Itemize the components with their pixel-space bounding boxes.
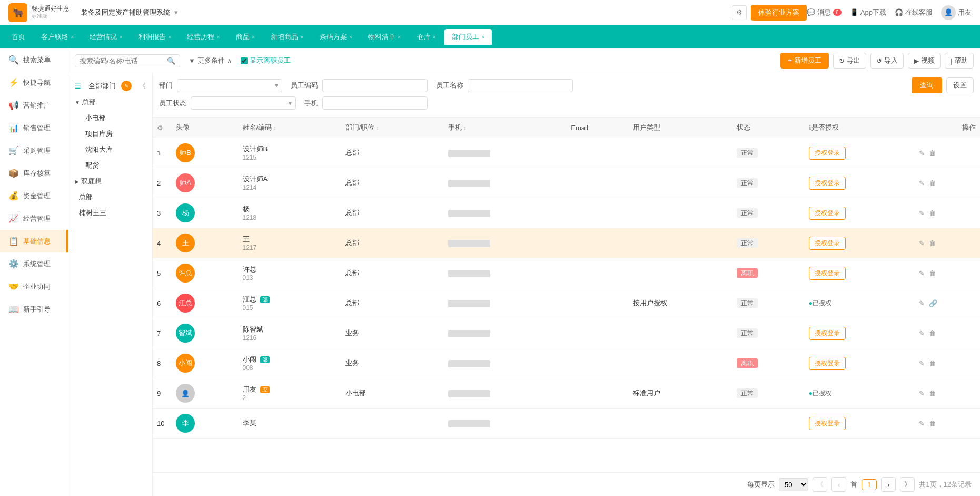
tab-operation[interactable]: 经营情况 × [82,29,130,45]
dept-edit-icon[interactable]: ✎ [121,81,132,91]
th-dept[interactable]: 部门/职位 [341,118,444,138]
link-icon[interactable]: 🔗 [929,299,937,307]
dept-item-general[interactable]: 总部 [68,189,152,205]
auth-button[interactable]: 授权登录 [809,327,846,340]
close-icon[interactable]: × [481,34,484,40]
sidebar-item-purchase[interactable]: 🛒 采购管理 [0,139,68,162]
prev-page-btn[interactable]: ‹ [831,477,846,492]
help-button[interactable]: | 帮助 [945,53,974,69]
delete-icon[interactable]: 🗑 [929,359,936,367]
auth-button[interactable]: 授权登录 [809,417,846,430]
th-name[interactable]: 姓名/编码 [239,118,341,138]
sidebar-item-inventory[interactable]: 📦 库存核算 [0,162,68,184]
add-employee-button[interactable]: + 新增员工 [780,53,828,69]
close-icon[interactable]: × [433,34,436,40]
close-icon[interactable]: × [349,34,352,40]
delete-icon[interactable]: 🗑 [929,239,936,247]
dept-select[interactable] [177,79,282,92]
delete-icon[interactable]: 🗑 [929,209,936,217]
setting-button[interactable]: 设置 [946,77,974,93]
close-icon[interactable]: × [300,34,303,40]
message-button[interactable]: 💬 消息 6 [807,8,842,17]
status-select[interactable] [191,96,296,110]
delete-icon[interactable]: 🗑 [929,329,936,337]
video-button[interactable]: ▶ 视频 [908,53,941,69]
edit-icon[interactable]: ✎ [919,269,925,277]
sidebar-item-guide[interactable]: 📖 新手引导 [0,298,68,320]
delete-icon[interactable]: 🗑 [929,420,936,427]
th-gear[interactable]: ⚙ [153,118,172,138]
tab-goods[interactable]: 商品 × [229,29,262,45]
edit-icon[interactable]: ✎ [919,179,925,187]
sidebar-item-search[interactable]: 🔍 搜索菜单 [0,48,68,71]
tab-bom[interactable]: 物料清单 × [361,29,408,45]
import-button[interactable]: ↺ 导入 [870,53,904,69]
auth-button[interactable]: 授权登录 [809,237,846,250]
emp-code-input[interactable] [322,79,428,92]
more-filter-button[interactable]: ▼ 更多条件 ∧ [184,54,236,67]
tab-add-goods[interactable]: 新增商品 × [263,29,311,45]
search-input[interactable] [80,57,165,65]
show-resigned-input[interactable] [241,57,248,64]
emp-name-input[interactable] [468,79,573,92]
tab-warehouse[interactable]: 仓库 × [410,29,443,45]
th-phone[interactable]: 手机 [444,118,567,138]
app-download-button[interactable]: 📱 App下载 [850,8,886,17]
auth-button[interactable]: 授权登录 [809,357,846,370]
auth-button[interactable]: 授权登录 [809,207,846,220]
export-button[interactable]: ↻ 导出 [833,53,866,69]
sidebar-item-sales[interactable]: 📊 销售管理 [0,116,68,139]
close-icon[interactable]: × [71,34,74,40]
delete-icon[interactable]: 🗑 [929,390,936,397]
close-icon[interactable]: × [119,34,122,40]
tab-department[interactable]: 部门员工 × [444,29,492,45]
sidebar-item-management[interactable]: 📈 经营管理 [0,207,68,230]
sidebar-item-finance[interactable]: 💰 资金管理 [0,184,68,207]
close-icon[interactable]: × [216,34,220,40]
sidebar-item-shortcut[interactable]: ⚡ 快捷导航 [0,71,68,94]
show-resigned-checkbox[interactable]: 显示离职员工 [241,56,291,65]
edit-icon[interactable]: ✎ [919,299,925,307]
auth-button[interactable]: 授权登录 [809,177,846,190]
close-icon[interactable]: × [168,34,171,40]
delete-icon[interactable]: 🗑 [929,179,936,187]
dept-item-nanmu[interactable]: 楠树王三 [68,205,152,221]
dept-tree-title[interactable]: 全部部门 [88,81,116,91]
edit-icon[interactable]: ✎ [919,329,925,337]
dept-group-double[interactable]: ▶ 双鹿想 [68,173,152,189]
trial-button[interactable]: 体验行业方案 [751,5,807,21]
sidebar-item-system[interactable]: ⚙️ 系统管理 [0,252,68,275]
close-icon[interactable]: × [398,34,401,40]
auth-button[interactable]: 授权登录 [809,147,846,160]
dept-item-distribution[interactable]: 配货 [73,158,152,173]
first-page-btn[interactable]: 《 [813,477,827,492]
edit-icon[interactable]: ✎ [919,390,925,397]
sidebar-item-collab[interactable]: 🤝 企业协同 [0,275,68,298]
sidebar-item-marketing[interactable]: 📢 营销推广 [0,94,68,116]
tab-home[interactable]: 首页 [4,29,33,45]
dept-item-project[interactable]: 项目库房 [73,126,152,142]
service-button[interactable]: 🎧 在线客服 [895,8,933,17]
user-menu[interactable]: 👤 用友 [941,5,972,20]
sidebar-item-basic[interactable]: 📋 基础信息 [0,230,68,252]
edit-icon[interactable]: ✎ [919,209,925,217]
delete-icon[interactable]: 🗑 [929,269,936,277]
system-dropdown-icon[interactable]: ▾ [174,8,178,16]
dept-collapse-btn[interactable]: 《 [139,81,146,91]
edit-icon[interactable]: ✎ [919,420,925,427]
per-page-select[interactable]: 50 100 [779,478,808,491]
next-page-btn[interactable]: › [881,477,896,492]
last-page-btn[interactable]: 》 [900,477,915,492]
search-button[interactable]: 查询 [912,77,942,93]
edit-icon[interactable]: ✎ [919,239,925,247]
close-icon[interactable]: × [252,34,255,40]
edit-icon[interactable]: ✎ [919,149,925,157]
dept-group-hq[interactable]: ▼ 总部 [68,94,152,110]
tab-barcode[interactable]: 条码方案 × [312,29,360,45]
delete-icon[interactable]: 🗑 [929,149,936,157]
gear-button[interactable]: ⚙ [732,5,747,20]
phone-input[interactable] [322,96,428,110]
dept-item-shenyang[interactable]: 沈阳大库 [73,142,152,158]
tab-profit[interactable]: 利润报告 × [131,29,179,45]
tab-customer[interactable]: 客户联络 × [34,29,81,45]
